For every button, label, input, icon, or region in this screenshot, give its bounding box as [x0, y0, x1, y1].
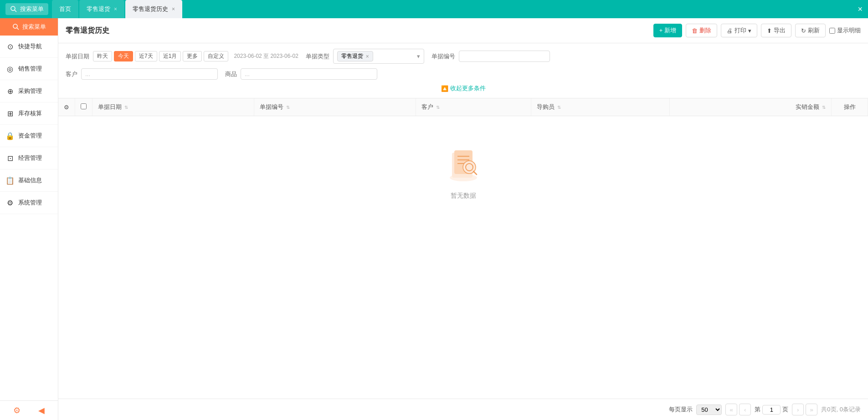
- page-prev-btn[interactable]: ‹: [739, 404, 751, 415]
- table-header: ⚙ 单据日期 ⇅ 单据编号: [58, 98, 868, 116]
- date-filter: 单据日期 昨天 今天 近7天 近1月 更多 自定义 2023-06-02 至 2…: [66, 51, 298, 61]
- date-btn-custom[interactable]: 自定义: [204, 51, 228, 61]
- quick-nav-icon: ⊙: [5, 42, 15, 51]
- date-btns: 昨天 今天 近7天 近1月 更多 自定义: [93, 51, 228, 61]
- sys-mgmt-icon: ⚙: [5, 198, 15, 207]
- sidebar-settings-icon[interactable]: ⚙: [13, 405, 21, 415]
- th-date[interactable]: 单据日期 ⇅: [92, 98, 254, 116]
- sidebar-bottom: ⚙ ◀: [0, 400, 58, 420]
- type-tag-close[interactable]: ×: [366, 53, 369, 60]
- ops-mgmt-icon: ⊡: [5, 154, 15, 163]
- show-detail-checkbox[interactable]: [829, 28, 835, 34]
- empty-icon: [443, 143, 484, 184]
- tab-home[interactable]: 首页: [52, 0, 78, 18]
- svg-point-0: [11, 6, 15, 10]
- sidebar-item-quick-nav[interactable]: ⊙ 快捷导航: [0, 36, 58, 58]
- print-button[interactable]: 🖨 打印 ▾: [721, 24, 757, 37]
- sidebar-item-inventory[interactable]: ⊞ 库存核算: [0, 102, 58, 125]
- date-sort-icon: ⇅: [124, 105, 128, 110]
- export-button[interactable]: ⬆ 导出: [761, 24, 791, 37]
- voucher-filter-label: 单据编号: [431, 52, 455, 61]
- show-detail-checkbox-label[interactable]: 显示明细: [829, 26, 861, 35]
- collapse-label: 收起更多条件: [450, 84, 486, 92]
- page-label: 第: [755, 405, 760, 414]
- select-all-checkbox[interactable]: [81, 103, 87, 109]
- sidebar-search-label: 搜索菜单: [22, 23, 46, 31]
- app-close-button[interactable]: ×: [858, 5, 863, 14]
- tab-retail-return-history[interactable]: 零售退货历史 ×: [125, 0, 182, 18]
- data-table: ⚙ 单据日期 ⇅ 单据编号: [58, 98, 868, 116]
- page-number-input[interactable]: [762, 405, 781, 415]
- sidebar-item-sales-mgmt[interactable]: ◎ 销售管理: [0, 58, 58, 80]
- goods-filter: 商品 ...: [225, 68, 377, 80]
- date-btn-more[interactable]: 更多: [183, 51, 202, 61]
- date-range-display: 2023-06-02 至 2023-06-02: [234, 52, 298, 60]
- page-first-btn[interactable]: «: [725, 404, 737, 415]
- th-checkbox[interactable]: [75, 98, 92, 116]
- svg-line-12: [473, 171, 477, 174]
- refresh-button[interactable]: ↻ 刷新: [795, 24, 826, 37]
- customer-filter-label: 客户: [66, 70, 77, 78]
- goods-select[interactable]: ...: [241, 68, 377, 80]
- tab-retail-return-close[interactable]: ×: [114, 6, 117, 12]
- sidebar-item-purchase-mgmt[interactable]: ⊕ 采购管理: [0, 80, 58, 102]
- amount-sort-icon: ⇅: [822, 105, 826, 110]
- type-select[interactable]: 零售退货 × ▾: [333, 49, 424, 64]
- settings-icon[interactable]: ⚙: [64, 104, 69, 111]
- th-amount[interactable]: 实销金额 ⇅: [670, 98, 832, 116]
- date-btn-7days[interactable]: 近7天: [135, 51, 157, 61]
- refresh-icon: ↻: [801, 27, 806, 34]
- page-title: 零售退货历史: [66, 26, 109, 36]
- th-settings[interactable]: ⚙: [58, 98, 75, 116]
- top-bar: 搜索菜单 首页 零售退货 × 零售退货历史 × ×: [0, 0, 868, 18]
- delete-icon: 🗑: [692, 27, 698, 34]
- table-container: ⚙ 单据日期 ⇅ 单据编号: [58, 98, 868, 399]
- guide-sort-icon: ⇅: [557, 105, 561, 110]
- page-last-btn[interactable]: »: [806, 404, 817, 415]
- page-size-select[interactable]: 20 50 100: [696, 405, 722, 415]
- type-tag-text: 零售退货: [341, 52, 363, 60]
- voucher-input[interactable]: [459, 51, 550, 62]
- date-btn-yesterday[interactable]: 昨天: [93, 51, 112, 61]
- page-suffix: 页: [782, 405, 788, 414]
- type-tag: 零售退货 ×: [337, 51, 373, 61]
- page-size-dropdown[interactable]: 20 50 100: [696, 405, 722, 415]
- th-ops: 操作: [832, 98, 868, 116]
- date-filter-label: 单据日期: [66, 52, 89, 61]
- filter-row-1: 单据日期 昨天 今天 近7天 近1月 更多 自定义 2023-06-02 至 2…: [66, 49, 861, 64]
- sidebar-collapse-icon[interactable]: ◀: [38, 405, 45, 415]
- svg-line-3: [17, 28, 19, 30]
- basic-info-icon: 📋: [5, 176, 15, 185]
- th-customer[interactable]: 客户 ⇅: [416, 98, 531, 116]
- add-button[interactable]: + 新增: [653, 24, 682, 37]
- customer-select[interactable]: ...: [81, 68, 218, 80]
- sidebar-search[interactable]: 搜索菜单: [0, 18, 58, 36]
- filter-area: 单据日期 昨天 今天 近7天 近1月 更多 自定义 2023-06-02 至 2…: [58, 43, 868, 98]
- search-menu[interactable]: 搜索菜单: [5, 3, 48, 15]
- pagination-bar: 每页显示 20 50 100 « ‹ 第: [58, 399, 868, 420]
- empty-text: 暂无数据: [451, 192, 476, 200]
- tab-retail-return-history-close[interactable]: ×: [172, 6, 175, 12]
- sidebar-item-finance-mgmt[interactable]: 🔒 资金管理: [0, 125, 58, 147]
- empty-state: 暂无数据: [58, 116, 868, 227]
- page-content: 零售退货历史 + 新增 🗑 删除 🖨 打印 ▾ ⬆: [58, 18, 868, 420]
- date-btn-1month[interactable]: 近1月: [159, 51, 181, 61]
- th-guide[interactable]: 导购员 ⇅: [531, 98, 669, 116]
- collapse-icon: 🔼: [441, 85, 448, 92]
- finance-mgmt-icon: 🔒: [5, 131, 15, 140]
- type-filter-label: 单据类型: [306, 52, 329, 61]
- page-next-btn[interactable]: ›: [792, 404, 804, 415]
- purchase-mgmt-icon: ⊕: [5, 87, 15, 96]
- delete-button[interactable]: 🗑 删除: [686, 24, 717, 37]
- collapse-btn[interactable]: 🔼 收起更多条件: [441, 84, 486, 92]
- date-btn-today[interactable]: 今天: [114, 51, 133, 61]
- sidebar-item-basic-info[interactable]: 📋 基础信息: [0, 169, 58, 192]
- content-area: 零售退货历史 + 新增 🗑 删除 🖨 打印 ▾ ⬆: [58, 18, 868, 420]
- tab-retail-return[interactable]: 零售退货 ×: [79, 0, 124, 18]
- goods-filter-label: 商品: [225, 70, 237, 78]
- sidebar-item-ops-mgmt[interactable]: ⊡ 经营管理: [0, 147, 58, 169]
- type-select-arrow: ▾: [417, 53, 420, 60]
- sidebar-item-sys-mgmt[interactable]: ⚙ 系统管理: [0, 192, 58, 214]
- page-nav-next: › »: [792, 404, 817, 415]
- th-voucher-no[interactable]: 单据编号 ⇅: [254, 98, 416, 116]
